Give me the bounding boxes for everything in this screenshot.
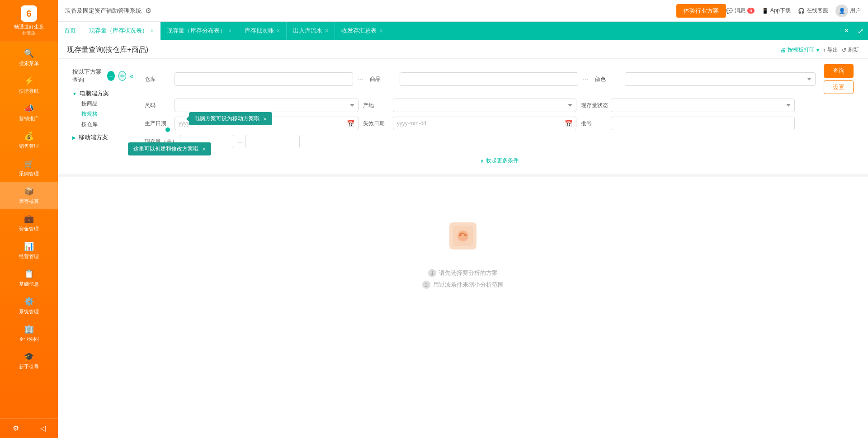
header-gear-icon[interactable]: ⚙ <box>145 6 151 15</box>
filter-area: 按以下方案查询 + ✏ « ▼ 电脑端方案 按商品 按 <box>58 59 868 174</box>
warehouse-dots[interactable]: ··· <box>356 75 365 83</box>
scheme-item-by-warehouse[interactable]: 按仓库 <box>72 119 133 130</box>
tab-close-inout[interactable]: × <box>325 28 328 34</box>
user-avatar: 👤 <box>835 5 848 17</box>
export-button[interactable]: ↑ 导出 <box>823 46 838 54</box>
sidebar-item-basic-info[interactable]: 📋 基础信息 <box>0 264 58 292</box>
reset-button[interactable]: 设置 <box>824 80 854 94</box>
warehouse-input[interactable] <box>175 72 353 86</box>
sidebar-label-enterprise: 企业协同 <box>19 336 39 343</box>
tab-close-inventory-status[interactable]: × <box>151 28 154 34</box>
scheme-item-by-product[interactable]: 按商品 <box>72 99 133 109</box>
svg-point-3 <box>460 234 462 236</box>
sidebar-label-system: 系统管理 <box>19 308 39 315</box>
color-cell: 颜色 <box>595 72 816 86</box>
tab-home-label: 首页 <box>64 27 76 35</box>
sidebar-item-search-menu[interactable]: 🔍 搜索菜单 <box>0 44 58 71</box>
desktop-scheme-header[interactable]: ▼ 电脑端方案 <box>72 89 133 99</box>
tab-close-batch[interactable]: × <box>277 28 280 34</box>
sidebar-item-quick-nav[interactable]: ⚡ 快捷导航 <box>0 71 58 99</box>
logo-title: 畅通道好生意 <box>14 24 44 30</box>
operations-icon: 📊 <box>24 241 34 251</box>
sidebar-item-purchase[interactable]: 🛒 采购管理 <box>0 154 58 182</box>
sidebar-nav: 🔍 搜索菜单 ⚡ 快捷导航 📣 营销推广 💰 销售管理 🛒 采购管理 📦 库存核… <box>0 42 58 418</box>
tab-inout-flow[interactable]: 出入库流水 × <box>287 22 335 40</box>
sidebar-label-inventory: 库存核算 <box>19 198 39 205</box>
online-support-item[interactable]: 🎧 在线客服 <box>798 7 828 14</box>
finance-icon: 💼 <box>24 214 34 224</box>
system-icon: ⚙️ <box>24 297 34 306</box>
tab-close-inventory-dist[interactable]: × <box>228 28 231 34</box>
sidebar-item-operations[interactable]: 📊 经营管理 <box>0 237 58 264</box>
tab-close-receive[interactable]: × <box>379 28 382 34</box>
close-all-tabs-button[interactable]: × <box>840 22 853 40</box>
sidebar-item-sales[interactable]: 💰 销售管理 <box>0 127 58 154</box>
expiry-date-input[interactable]: yyyy-mm-dd 📅 <box>393 117 577 130</box>
tooltip1-close-button[interactable]: × <box>263 115 267 122</box>
sidebar-item-guide[interactable]: 🎓 新手引导 <box>0 347 58 375</box>
page-content: 现存量查询(按仓库+商品) 🖨 按模板打印 ▾ ↑ 导出 ↺ 刷新 <box>58 40 868 438</box>
sidebar-logo: 6 畅通道好生意 标准版 <box>0 0 58 42</box>
maximize-button[interactable]: ⤢ <box>853 22 868 40</box>
tab-batch-ledger[interactable]: 库存批次账 × <box>238 22 287 40</box>
message-item[interactable]: 💬 消息 6 <box>726 7 755 14</box>
system-name-text: 装备及固定资产辅助管理系统 <box>65 7 142 15</box>
color-select[interactable] <box>625 72 816 86</box>
tab-home[interactable]: 首页 <box>58 22 83 40</box>
collapse-row: ∧ 收起更多条件 <box>145 153 854 168</box>
filter-row-4: 现存量（主） — <box>145 135 854 148</box>
empty-hint-2-text: 用过滤条件来缩小分析范围 <box>433 281 504 289</box>
collapse-button[interactable]: ∧ 收起更多条件 <box>480 157 519 165</box>
support-icon: 🎧 <box>798 8 805 14</box>
origin-cell: 产地 <box>363 99 577 112</box>
collapse-sidebar-icon[interactable]: ◁ <box>38 422 47 434</box>
stock-status-select[interactable] <box>611 99 795 112</box>
settings-bottom-icon[interactable]: ⚙ <box>11 422 21 434</box>
product-label: 商品 <box>370 75 397 83</box>
user-item[interactable]: 👤 用户 <box>835 5 861 17</box>
calendar-icon-1: 📅 <box>347 120 354 127</box>
search-button[interactable]: 查询 <box>824 64 854 78</box>
expiry-date-label: 失效日期 <box>363 120 390 127</box>
tab-inventory-dist[interactable]: 现存量（库存分布表） × <box>160 22 238 40</box>
sidebar-item-enterprise[interactable]: 🏢 企业协同 <box>0 320 58 347</box>
expiry-date-placeholder: yyyy-mm-dd <box>397 120 426 127</box>
size-cell: 尺码 <box>145 99 359 112</box>
sidebar-label-finance: 资金管理 <box>19 226 39 232</box>
filter-row-1: 仓库 ··· 商品 ··· 颜色 <box>145 64 854 94</box>
industry-plan-button[interactable]: 体验行业方案 <box>676 4 726 18</box>
sidebar-label-sales: 销售管理 <box>19 143 39 150</box>
product-input[interactable] <box>400 72 578 86</box>
refresh-button[interactable]: ↺ 刷新 <box>842 46 859 54</box>
sidebar-label-guide: 新手引导 <box>19 363 39 370</box>
sidebar-item-inventory[interactable]: 📦 库存核算 <box>0 182 58 209</box>
scheme-item-by-spec[interactable]: 按规格 <box>72 109 133 119</box>
sidebar-item-system[interactable]: ⚙️ 系统管理 <box>0 292 58 320</box>
sidebar-item-marketing[interactable]: 📣 营销推广 <box>0 99 58 127</box>
scheme-arrow-button[interactable]: « <box>130 72 133 80</box>
refresh-icon: ↺ <box>842 47 846 53</box>
printer-icon: 🖨 <box>780 47 786 53</box>
template-print-button[interactable]: 🖨 按模板打印 ▾ <box>780 46 819 54</box>
sidebar-label-marketing: 营销推广 <box>19 115 39 122</box>
tab-receive-send[interactable]: 收发存汇总表 × <box>335 22 389 40</box>
batch-input[interactable] <box>611 117 795 130</box>
warehouse-cell: 仓库 ··· <box>145 72 365 86</box>
origin-select[interactable] <box>393 99 577 112</box>
add-scheme-button[interactable]: + <box>107 71 115 81</box>
export-label: 导出 <box>827 46 838 54</box>
tooltip2-close-button[interactable]: × <box>202 146 206 153</box>
tab-inout-flow-label: 出入库流水 <box>293 27 322 35</box>
empty-hint-1: 1 请先选择要分析的方案 <box>428 269 498 277</box>
production-date-label: 生产日期 <box>145 120 172 127</box>
app-download-item[interactable]: 📱 App下载 <box>762 7 791 14</box>
empty-hint-2: 2 用过滤条件来缩小分析范围 <box>422 281 504 289</box>
size-select[interactable] <box>175 99 359 112</box>
edit-scheme-button[interactable]: ✏ <box>118 71 126 81</box>
message-icon: 💬 <box>726 8 733 14</box>
mobile-scheme-header[interactable]: ▶ 移动端方案 <box>72 132 133 142</box>
stock-max-input[interactable] <box>245 135 300 148</box>
tab-inventory-status[interactable]: 现存量（库存状况表） × <box>83 22 160 40</box>
product-dots[interactable]: ··· <box>581 75 590 83</box>
sidebar-item-finance[interactable]: 💼 资金管理 <box>0 209 58 237</box>
